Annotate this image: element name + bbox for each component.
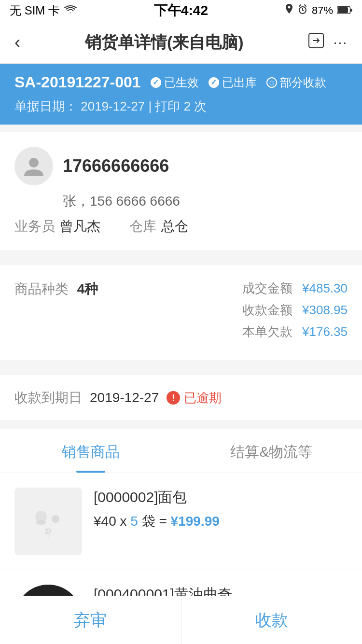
battery-text: 87% [312,4,333,17]
warehouse-meta: 仓库 总仓 [129,217,188,236]
nav-bar: ‹ 销货单详情(来自电脑) ··· [0,21,362,64]
page-title: 销货单详情(来自电脑) [85,31,244,54]
owed-amount-row: 本单欠款 ¥176.35 [242,323,348,340]
customer-avatar [14,147,53,185]
owed-label: 本单欠款 [242,323,292,340]
status-partial-text: 部分收款 [280,75,326,90]
stats-row: 商品种类 4种 成交金额 ¥485.30 收款金额 ¥308.95 本单欠款 ¥… [14,280,348,345]
svg-point-7 [29,158,39,168]
svg-point-10 [36,520,46,525]
order-number: SA-20191227-001 [14,73,141,91]
product-multiply-1: x [120,514,131,529]
tabs-section: 销售商品 结算&物流等 [0,429,362,473]
share-icon[interactable] [308,33,324,52]
stats-right: 成交金额 ¥485.30 收款金额 ¥308.95 本单欠款 ¥176.35 [242,280,348,345]
footer-bar: 弃审 收款 [0,596,362,644]
tab-settlement[interactable]: 结算&物流等 [181,429,362,473]
due-section: 收款到期日 2019-12-27 ! 已逾期 [0,375,362,421]
category-count: 4种 [77,281,98,296]
status-right: 87% [285,4,352,17]
deal-amount-row: 成交金额 ¥485.30 [242,280,348,297]
product-qty-1: 5 [130,514,138,529]
svg-rect-4 [350,9,352,12]
battery-icon [337,4,352,17]
product-equals-1: = [159,514,170,529]
alarm-icon [297,4,308,17]
product-price-1: ¥40 x 5 袋 = ¥199.99 [94,512,348,531]
status-effective: ✓ 已生效 [151,75,199,90]
due-date-value: 2019-12-27 [90,390,159,406]
tabs-row: 销售商品 结算&物流等 [0,429,362,473]
deal-label: 成交金额 [242,280,292,297]
sales-value: 曾凡杰 [60,217,100,236]
customer-name: 17666666666 [63,156,169,176]
product-unit-1: 袋 [142,514,155,529]
received-value: ¥308.95 [302,303,348,318]
print-separator: | [148,99,155,113]
deal-value: ¥485.30 [302,281,348,296]
location-icon [285,4,293,17]
due-label: 收款到期日 [14,389,82,407]
tab-settlement-label: 结算&物流等 [230,444,312,460]
wifi-icon [64,4,77,17]
svg-text:+: + [47,535,50,541]
divider-3 [0,367,362,375]
cancel-audit-label: 弃审 [74,609,107,631]
collect-button[interactable]: 收款 [181,596,362,644]
overdue-text: 已逾期 [184,390,222,406]
stats-section: 商品种类 4种 成交金额 ¥485.30 收款金额 ¥308.95 本单欠款 ¥… [0,266,362,360]
date-label: 单据日期： [14,99,77,113]
status-bar: 无 SIM 卡 下午4:42 87 [0,0,362,21]
owed-value: ¥176.35 [302,324,348,339]
order-date-value: 2019-12-27 [81,99,145,113]
more-icon[interactable]: ··· [334,35,348,50]
clock-icon: ◷ [266,77,277,88]
divider-1 [0,125,362,132]
cancel-audit-button[interactable]: 弃审 [0,596,181,644]
order-date-row: 单据日期： 2019-12-27 | 打印 2 次 [14,98,348,115]
nav-actions: ··· [308,33,348,52]
warehouse-label: 仓库 [129,217,156,236]
order-header: SA-20191227-001 ✓ 已生效 ✓ 已出库 ◷ 部分收款 单据日期：… [0,64,362,125]
customer-sub: 张，156 6666 6666 [14,192,348,210]
sales-meta: 业务员 曾凡杰 [14,217,100,236]
product-total-1: ¥199.99 [171,514,220,529]
divider-2 [0,258,362,266]
customer-meta: 业务员 曾凡杰 仓库 总仓 [14,217,348,236]
product-name-1: [0000002]面包 [94,488,348,507]
stats-left: 商品种类 4种 [14,280,98,298]
category-label: 商品种类 [14,281,69,296]
print-label: 打印 [155,99,180,113]
status-out-text: 已出库 [222,75,257,90]
status-effective-text: 已生效 [164,75,199,90]
received-label: 收款金额 [242,302,292,319]
svg-point-9 [52,515,59,523]
tab-sales-products-label: 销售商品 [62,444,120,460]
product-base-price-1: ¥40 [94,514,116,529]
customer-section: 17666666666 张，156 6666 6666 业务员 曾凡杰 仓库 总… [0,132,362,250]
product-item: 趣 + [0000002]面包 ¥40 x 5 袋 = ¥199.99 [0,473,362,570]
svg-text:趣: 趣 [45,527,52,535]
tab-sales-products[interactable]: 销售商品 [0,429,181,473]
product-info-1: [0000002]面包 ¥40 x 5 袋 = ¥199.99 [94,488,348,531]
status-left: 无 SIM 卡 [10,3,77,18]
product-image-1: 趣 + [14,488,82,555]
check-icon-2: ✓ [209,77,219,88]
check-icon-1: ✓ [151,77,161,88]
overdue-icon: ! [167,391,180,405]
svg-rect-5 [338,7,348,13]
carrier-text: 无 SIM 卡 [10,3,60,18]
print-count: 2 [184,99,191,113]
collect-label: 收款 [255,609,288,631]
status-time: 下午4:42 [154,1,208,20]
print-unit: 次 [194,99,207,113]
overdue-badge: ! 已逾期 [167,390,222,406]
sales-label: 业务员 [14,217,55,236]
customer-row: 17666666666 [14,147,348,185]
back-button[interactable]: ‹ [14,32,20,53]
status-partial: ◷ 部分收款 [266,75,326,90]
status-out: ✓ 已出库 [209,75,257,90]
received-amount-row: 收款金额 ¥308.95 [242,302,348,319]
warehouse-value: 总仓 [161,217,188,236]
